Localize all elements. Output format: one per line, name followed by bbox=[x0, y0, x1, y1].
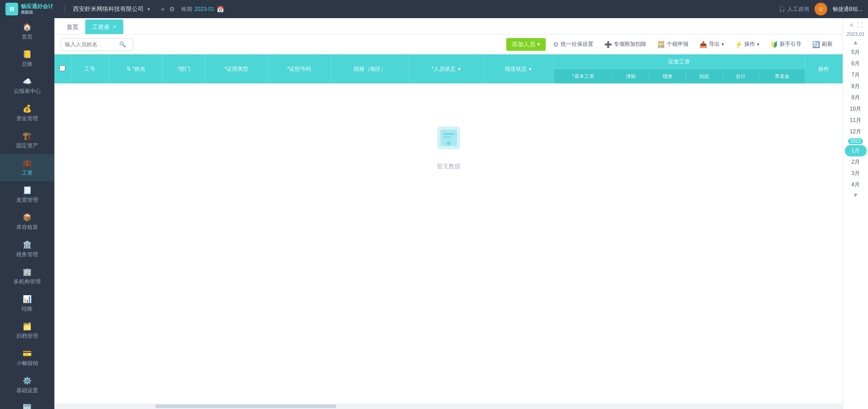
th-pension: 养老金 bbox=[759, 69, 805, 83]
sidebar-label-multi-org: 多机构管理 bbox=[14, 278, 41, 286]
sidebar-item-archive[interactable]: 🗂️ 归档管理 bbox=[0, 317, 54, 345]
settings-icon[interactable]: ⚙ bbox=[169, 5, 175, 13]
month-item-4[interactable]: 4月 bbox=[845, 179, 867, 190]
header-right: 🎧 人工咨询 U 畅捷通B组... bbox=[779, 3, 863, 15]
tab-salary[interactable]: 工资表 ✕ bbox=[85, 19, 123, 34]
sidebar-icon-cloud-report: ☁️ bbox=[23, 77, 32, 86]
panel-expand-btn[interactable]: ⛶ bbox=[857, 22, 863, 29]
month-item-9[interactable]: 9月 bbox=[845, 92, 867, 103]
sidebar-item-settings[interactable]: ⚙️ 基础设置 bbox=[0, 372, 54, 399]
export-label: 导出 bbox=[709, 40, 720, 48]
company-selector[interactable]: 西安虾米网络科技有限公司 ▼ bbox=[69, 3, 155, 15]
sidebar-item-cloud-report[interactable]: ☁️ 云报表中心 bbox=[0, 73, 54, 100]
sidebar-label-home: 首页 bbox=[22, 33, 33, 41]
sidebar-item-ledger[interactable]: 📒 总账 bbox=[0, 45, 54, 73]
personal-tax-action[interactable]: 🧮 个税申报 bbox=[654, 39, 692, 50]
personal-tax-icon: 🧮 bbox=[657, 41, 665, 48]
sidebar-item-fixed-assets[interactable]: 🏗️ 固定资产 bbox=[0, 127, 54, 154]
export-dropdown-icon: ▾ bbox=[722, 42, 724, 47]
month-item-1[interactable]: 1月 bbox=[845, 145, 867, 156]
tab-home[interactable]: 首页 bbox=[60, 19, 85, 34]
add-person-dropdown-icon: ▾ bbox=[537, 41, 540, 48]
company-dropdown-arrow: ▼ bbox=[146, 7, 151, 12]
sidebar-item-closing[interactable]: 📊 结账 bbox=[0, 290, 54, 317]
sidebar-icon-home: 🏠 bbox=[23, 23, 32, 31]
content-area: 首页 工资表 ✕ 🔍 添加人员 ▾ ⚙ 统一社保设置 ➕ bbox=[54, 18, 843, 409]
special-deduction-action[interactable]: ➕ 专项附加扣除 bbox=[601, 39, 650, 50]
main-layout: 🏠 首页📒 总账☁️ 云报表中心💰 资金管理🏗️ 固定资产💼 工资🧾 发票管理📦… bbox=[0, 18, 868, 409]
sidebar-icon-guide: 🆕 bbox=[23, 404, 32, 409]
period-value[interactable]: 2023-01 bbox=[194, 6, 214, 12]
sidebar-item-expense[interactable]: 💳 小畅报销 bbox=[0, 345, 54, 372]
empty-state: 暂无数据 bbox=[54, 83, 843, 207]
table-scrollbar[interactable] bbox=[54, 404, 843, 409]
month-item-10[interactable]: 10月 bbox=[845, 103, 867, 115]
th-allowance: 津贴 bbox=[613, 69, 650, 83]
refresh-action[interactable]: 🔄 刷新 bbox=[809, 39, 836, 50]
month-item-3[interactable]: 3月 bbox=[845, 168, 867, 179]
logo-sub-text: 旗舰版 bbox=[21, 10, 53, 15]
salary-table: 工号 ⇅ *姓名 *部门 *证照类型 *证照号码 国籍（地区） *人员状态 ▼ … bbox=[54, 54, 843, 83]
month-item-6[interactable]: 6月 bbox=[845, 58, 867, 69]
th-person-status: *人员状态 ▼ bbox=[410, 54, 484, 83]
month-item-7[interactable]: 7月 bbox=[845, 69, 867, 81]
th-deduction: 扣款 bbox=[686, 69, 723, 83]
sidebar-item-guide[interactable]: 🆕 新手引导 bbox=[0, 399, 54, 409]
sidebar-label-ledger: 总账 bbox=[22, 60, 33, 68]
new-guide-action[interactable]: 🔰 新手引导 bbox=[766, 39, 805, 50]
export-action[interactable]: 📤 导出 ▾ bbox=[696, 39, 727, 50]
sidebar-item-multi-org[interactable]: 🏢 多机构管理 bbox=[0, 263, 54, 290]
sidebar-icon-closing: 📊 bbox=[23, 295, 32, 303]
sidebar-label-salary: 工资 bbox=[22, 169, 33, 177]
add-person-button[interactable]: 添加人员 ▾ bbox=[506, 38, 546, 51]
sidebar-icon-salary: 💼 bbox=[23, 159, 32, 167]
personal-tax-label: 个税申报 bbox=[667, 40, 689, 48]
scroll-thumb[interactable] bbox=[155, 404, 336, 408]
sidebar-item-tax[interactable]: 🏛️ 税务管理 bbox=[0, 236, 54, 263]
month-item-12[interactable]: 12月 bbox=[845, 126, 867, 137]
header-quick-actions: ＋ ⚙ bbox=[159, 5, 175, 14]
panel-up-arrow[interactable]: ▲ bbox=[852, 38, 860, 47]
th-dept: *部门 bbox=[163, 54, 205, 83]
month-item-2[interactable]: 2月 bbox=[845, 156, 867, 168]
sidebar-label-invoice: 发票管理 bbox=[16, 196, 38, 204]
logo-main-text: 畅应通好会计 bbox=[21, 3, 53, 10]
sidebar-item-invoice[interactable]: 🧾 发票管理 bbox=[0, 181, 54, 209]
th-performance: 绩效 bbox=[649, 69, 686, 83]
search-input[interactable] bbox=[65, 41, 119, 48]
social-security-action[interactable]: ⚙ 统一社保设置 bbox=[549, 39, 597, 50]
operations-label: 操作 bbox=[744, 40, 755, 48]
search-wrap: 🔍 bbox=[61, 38, 133, 51]
select-all-checkbox[interactable] bbox=[59, 65, 65, 71]
operations-action[interactable]: ⚡ 操作 ▾ bbox=[731, 39, 763, 50]
th-salary-group: 应发工资 bbox=[554, 54, 805, 69]
sidebar-icon-archive: 🗂️ bbox=[23, 322, 32, 331]
month-item-5[interactable]: 5月 bbox=[845, 47, 867, 58]
add-person-label: 添加人员 bbox=[512, 40, 535, 49]
ai-consult-button[interactable]: 🎧 人工咨询 bbox=[779, 5, 809, 13]
sidebar-item-home[interactable]: 🏠 首页 bbox=[0, 18, 54, 45]
period-display: 2023.01 bbox=[847, 30, 865, 38]
th-employee-no: 工号 bbox=[71, 54, 109, 83]
year-label-2023: 2023 bbox=[848, 138, 863, 144]
panel-close-btn[interactable]: ✕ bbox=[849, 22, 854, 29]
sidebar-label-settings: 基础设置 bbox=[16, 387, 38, 394]
sidebar-item-salary[interactable]: 💼 工资 bbox=[0, 154, 54, 181]
tab-salary-close[interactable]: ✕ bbox=[112, 24, 116, 30]
panel-down-arrow[interactable]: ▼ bbox=[852, 190, 860, 200]
sidebar-item-inventory[interactable]: 📦 库存核算 bbox=[0, 209, 54, 236]
period-area: 账期 2023-01 📅 bbox=[181, 5, 224, 13]
sidebar-item-funds[interactable]: 💰 资金管理 bbox=[0, 100, 54, 127]
sidebar-icon-fixed-assets: 🏗️ bbox=[23, 131, 32, 140]
sidebar-label-archive: 归档管理 bbox=[16, 332, 38, 340]
month-item-8[interactable]: 8月 bbox=[845, 81, 867, 92]
add-icon[interactable]: ＋ bbox=[159, 5, 166, 14]
special-deduction-icon: ➕ bbox=[604, 41, 612, 48]
sidebar-label-fixed-assets: 固定资产 bbox=[16, 142, 38, 150]
social-security-label: 统一社保设置 bbox=[561, 40, 593, 48]
username-text[interactable]: 畅捷通B组... bbox=[833, 5, 863, 13]
calendar-icon[interactable]: 📅 bbox=[217, 6, 224, 13]
month-item-11[interactable]: 11月 bbox=[845, 115, 867, 126]
th-name: ⇅ *姓名 bbox=[109, 54, 163, 83]
headset-icon: 🎧 bbox=[779, 6, 786, 12]
